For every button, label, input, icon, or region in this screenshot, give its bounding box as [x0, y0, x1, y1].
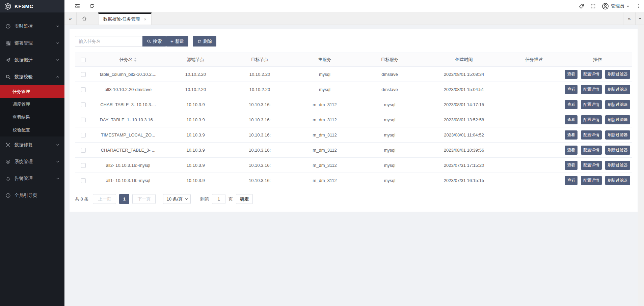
cell-target-service: mysql: [357, 127, 423, 143]
refresh-filter-button[interactable]: 刷新过滤器: [605, 161, 630, 170]
home-tab-icon[interactable]: [77, 12, 92, 25]
tab-bar: « 数据校验-任务管理 × »: [64, 12, 644, 25]
row-checkbox[interactable]: [81, 163, 86, 168]
cell-source-node: 10.10.3.9: [164, 112, 227, 127]
page-size-value: 10 条/页: [166, 196, 183, 202]
create-button[interactable]: + 新建: [166, 36, 188, 47]
sidebar-item-schedule-management[interactable]: 调度管理: [0, 98, 64, 111]
config-detail-button[interactable]: 配置详情: [581, 146, 602, 155]
sidebar-subitem-label: 任务管理: [12, 89, 30, 95]
task-list-panel: 搜索 + 新建 删除: [70, 29, 638, 212]
refresh-filter-button[interactable]: 刷新过滤器: [605, 176, 630, 185]
select-all-checkbox[interactable]: [81, 58, 86, 62]
view-button[interactable]: 查看: [565, 146, 578, 155]
config-detail-button[interactable]: 配置详情: [581, 176, 602, 185]
column-header-task-name: 任务名: [119, 57, 133, 63]
view-button[interactable]: 查看: [565, 85, 578, 94]
table-row: DAY_TABLE_1- 10.10.3.16... 10.10.3.9 10.…: [75, 112, 632, 127]
sidebar-item-view-results[interactable]: 查看结果: [0, 111, 64, 124]
sidebar-item-data-repair[interactable]: 数据修复: [0, 136, 64, 153]
view-button[interactable]: 查看: [565, 176, 578, 185]
vertical-scrollbar[interactable]: [638, 25, 644, 306]
sidebar-item-system-management[interactable]: 系统管理: [0, 153, 64, 170]
row-checkbox[interactable]: [81, 72, 86, 77]
cell-target-node: 10.10.3.16:: [227, 127, 293, 143]
cell-task-name: table_column_bit2-10.10.2....: [92, 67, 164, 82]
sidebar-item-global-guide[interactable]: 全局引导页: [0, 187, 64, 204]
cell-master-service: m_dm_3112: [293, 143, 357, 158]
menu-fold-icon[interactable]: [75, 3, 80, 9]
tab-data-validation-task-management[interactable]: 数据校验-任务管理 ×: [98, 12, 152, 25]
search-input[interactable]: [75, 36, 142, 47]
config-detail-button[interactable]: 配置详情: [581, 85, 602, 94]
table-row: all2- 10.10.3.16:-mysql 10.10.3.9 10.10.…: [75, 158, 632, 173]
cell-target-node: 10.10.3.16:: [227, 158, 293, 173]
tabs-menu-button[interactable]: [635, 12, 644, 25]
refresh-filter-button[interactable]: 刷新过滤器: [605, 70, 630, 79]
chevron-down-icon: [56, 24, 60, 28]
next-page-button[interactable]: 下一页: [132, 194, 156, 204]
refresh-filter-button[interactable]: 刷新过滤器: [605, 130, 630, 140]
config-detail-button[interactable]: 配置详情: [581, 130, 602, 140]
search-button[interactable]: 搜索: [142, 36, 166, 47]
row-checkbox[interactable]: [81, 87, 86, 92]
sidebar-item-data-migration[interactable]: 数据搬迁: [0, 52, 64, 68]
cell-source-node: 10.10.2.20: [164, 67, 227, 82]
table-row: CHAR_TABLE_3- 10.10.3.... 10.10.3.9 10.1…: [75, 97, 632, 112]
sidebar-item-task-management[interactable]: 任务管理: [0, 85, 64, 98]
view-button[interactable]: 查看: [565, 161, 578, 170]
view-button[interactable]: 查看: [565, 70, 578, 79]
cell-master-service: m_dm_3112: [293, 158, 357, 173]
search-button-label: 搜索: [153, 38, 162, 44]
goto-confirm-button[interactable]: 确定: [236, 194, 253, 204]
refresh-filter-button[interactable]: 刷新过滤器: [605, 115, 630, 124]
sidebar-item-alert-management[interactable]: 告警管理: [0, 170, 64, 187]
prev-page-button[interactable]: 上一页: [93, 194, 116, 204]
column-header-source-node: 源端节点: [164, 53, 227, 67]
cell-source-node: 10.10.2.20: [164, 82, 227, 97]
close-icon[interactable]: ×: [144, 17, 146, 22]
user-menu[interactable]: 管理员: [602, 3, 630, 10]
fullscreen-icon[interactable]: [590, 3, 596, 9]
config-detail-button[interactable]: 配置详情: [581, 161, 602, 170]
view-button[interactable]: 查看: [565, 100, 578, 109]
goto-page-input[interactable]: [212, 194, 225, 204]
refresh-filter-button[interactable]: 刷新过滤器: [605, 85, 630, 94]
cell-master-service: mysql: [293, 82, 357, 97]
row-checkbox[interactable]: [81, 178, 86, 183]
page-number-button[interactable]: 1: [119, 194, 129, 204]
refresh-icon[interactable]: [89, 3, 95, 9]
user-avatar-icon: [602, 3, 609, 10]
kebab-menu-icon[interactable]: [636, 3, 641, 9]
refresh-filter-button[interactable]: 刷新过滤器: [605, 100, 630, 109]
cell-task-desc: [505, 97, 563, 112]
tabs-scroll-left-button[interactable]: «: [64, 12, 77, 25]
cell-created-time: 2023/08/01 11:04:52: [423, 127, 505, 143]
sort-icon[interactable]: [134, 58, 137, 62]
tag-icon[interactable]: [579, 3, 584, 9]
main-content-area: 搜索 + 新建 删除: [64, 25, 644, 306]
view-button[interactable]: 查看: [565, 130, 578, 140]
page-size-select[interactable]: 10 条/页: [163, 194, 191, 204]
row-checkbox[interactable]: [81, 133, 86, 137]
cell-target-service: mysql: [357, 173, 423, 188]
delete-button[interactable]: 删除: [193, 36, 216, 47]
tabs-scroll-right-button[interactable]: »: [623, 12, 635, 25]
view-button[interactable]: 查看: [565, 115, 578, 124]
row-checkbox[interactable]: [81, 148, 86, 153]
row-checkbox[interactable]: [81, 102, 86, 107]
row-checkbox[interactable]: [81, 118, 86, 122]
sidebar-item-data-validation[interactable]: 数据校验: [0, 68, 64, 85]
cell-task-name: all3-10.10.2.20-dmslave: [92, 82, 164, 97]
cell-task-desc: [505, 173, 563, 188]
config-detail-button[interactable]: 配置详情: [581, 100, 602, 109]
column-header-created-time: 创建时间: [423, 53, 505, 67]
sidebar-item-validation-config[interactable]: 校验配置: [0, 124, 64, 136]
sidebar-item-realtime-monitor[interactable]: 实时监控: [0, 18, 64, 35]
config-detail-button[interactable]: 配置详情: [581, 115, 602, 124]
sidebar-item-deployment[interactable]: 部署管理: [0, 35, 64, 52]
refresh-filter-button[interactable]: 刷新过滤器: [605, 146, 630, 155]
cell-created-time: 2023/08/01 13:52:58: [423, 112, 505, 127]
config-detail-button[interactable]: 配置详情: [581, 70, 602, 79]
cell-target-node: 10.10.3.16:: [227, 143, 293, 158]
